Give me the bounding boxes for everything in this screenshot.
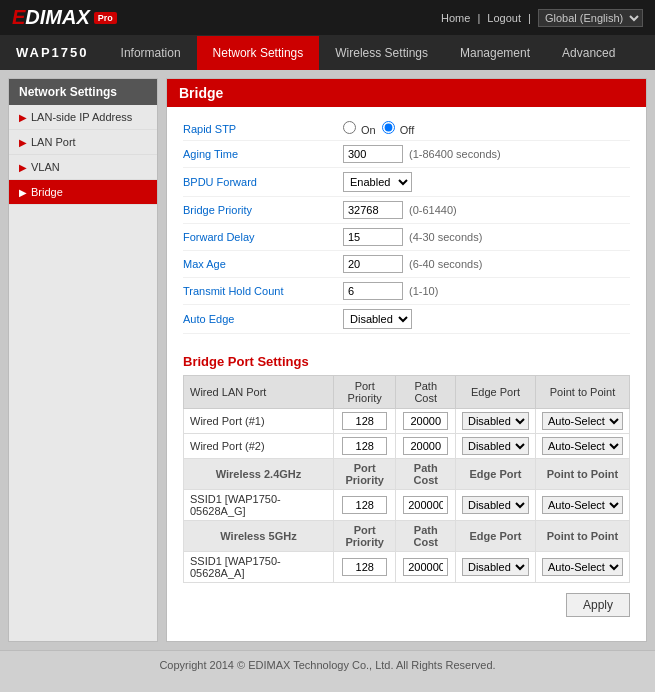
bpdu-forward-select[interactable]: Enabled Disabled	[343, 172, 412, 192]
table-row: SSID1 [WAP1750-05628A_A] DisabledEnabled…	[184, 552, 630, 583]
transmit-hold-count-hint: (1-10)	[409, 285, 438, 297]
rapid-stp-label: Rapid STP	[183, 123, 343, 135]
footer: Copyright 2014 © EDIMAX Technology Co., …	[0, 650, 655, 679]
max-age-label: Max Age	[183, 258, 343, 270]
home-link[interactable]: Home	[441, 12, 470, 24]
bridge-priority-label: Bridge Priority	[183, 204, 343, 216]
sidebar-item-bridge[interactable]: ▶ Bridge	[9, 180, 157, 205]
ssid1-24ghz-priority-cell	[334, 490, 396, 521]
aging-time-row: Aging Time (1-86400 seconds)	[183, 141, 630, 168]
auto-edge-select[interactable]: Disabled Enabled	[343, 309, 412, 329]
ssid1-5ghz-p2p-select[interactable]: Auto-SelectEnabledDisabled	[542, 558, 623, 576]
nav-advanced[interactable]: Advanced	[546, 36, 631, 70]
wireless-5ghz-p2p-col: Point to Point	[535, 521, 629, 552]
ssid1-5ghz-p2p-cell: Auto-SelectEnabledDisabled	[535, 552, 629, 583]
logo-pro: Pro	[94, 12, 117, 24]
wireless-24ghz-priority-col: Port Priority	[334, 459, 396, 490]
max-age-value: (6-40 seconds)	[343, 255, 482, 273]
ssid1-24ghz-edge-select[interactable]: DisabledEnabled	[462, 496, 529, 514]
ssid1-5ghz-path-cost-input[interactable]	[403, 558, 448, 576]
wireless-24ghz-p2p-col: Point to Point	[535, 459, 629, 490]
wired-port1-priority-input[interactable]	[342, 412, 387, 430]
wired-port2-name: Wired Port (#2)	[184, 434, 334, 459]
transmit-hold-count-input[interactable]	[343, 282, 403, 300]
sidebar-item-lan-ip[interactable]: ▶ LAN-side IP Address	[9, 105, 157, 130]
arrow-icon: ▶	[19, 137, 27, 148]
wired-port2-priority-cell	[334, 434, 396, 459]
wired-port2-p2p-select[interactable]: Auto-SelectEnabledDisabled	[542, 437, 623, 455]
auto-edge-value: Disabled Enabled	[343, 309, 412, 329]
header-links: Home | Logout | Global (English)	[441, 9, 643, 27]
ssid1-24ghz-priority-input[interactable]	[342, 496, 387, 514]
forward-delay-input[interactable]	[343, 228, 403, 246]
wireless-5ghz-edge-col: Edge Port	[455, 521, 535, 552]
auto-edge-label: Auto Edge	[183, 313, 343, 325]
nav-management[interactable]: Management	[444, 36, 546, 70]
aging-time-value: (1-86400 seconds)	[343, 145, 501, 163]
rapid-stp-row: Rapid STP On Off	[183, 117, 630, 141]
transmit-hold-count-label: Transmit Hold Count	[183, 285, 343, 297]
wireless-24ghz-edge-col: Edge Port	[455, 459, 535, 490]
wired-port2-path-cost-input[interactable]	[403, 437, 448, 455]
bridge-form: Rapid STP On Off Aging Time (1-86400 sec…	[167, 107, 646, 344]
wired-port1-path-cost-input[interactable]	[403, 412, 448, 430]
ssid1-24ghz-p2p-cell: Auto-SelectEnabledDisabled	[535, 490, 629, 521]
nav-wireless-settings[interactable]: Wireless Settings	[319, 36, 444, 70]
wired-port1-edge-cell: DisabledEnabled	[455, 409, 535, 434]
wired-port1-p2p-select[interactable]: Auto-SelectEnabledDisabled	[542, 412, 623, 430]
max-age-hint: (6-40 seconds)	[409, 258, 482, 270]
wired-port1-priority-cell	[334, 409, 396, 434]
bpdu-forward-label: BPDU Forward	[183, 176, 343, 188]
logout-link[interactable]: Logout	[487, 12, 521, 24]
logo-e: E	[12, 6, 25, 29]
rapid-stp-on-radio[interactable]	[343, 121, 356, 134]
bridge-port-settings-title: Bridge Port Settings	[167, 344, 646, 375]
language-select[interactable]: Global (English)	[538, 9, 643, 27]
ssid1-5ghz-priority-input[interactable]	[342, 558, 387, 576]
sidebar-item-vlan[interactable]: ▶ VLAN	[9, 155, 157, 180]
bridge-priority-input[interactable]	[343, 201, 403, 219]
rapid-stp-on-label[interactable]: On	[343, 121, 376, 136]
rapid-stp-value: On Off	[343, 121, 414, 136]
nav-information[interactable]: Information	[105, 36, 197, 70]
wired-port2-priority-input[interactable]	[342, 437, 387, 455]
ssid1-5ghz-edge-cell: DisabledEnabled	[455, 552, 535, 583]
ssid1-24ghz-edge-cell: DisabledEnabled	[455, 490, 535, 521]
wired-port2-edge-select[interactable]: DisabledEnabled	[462, 437, 529, 455]
aging-time-input[interactable]	[343, 145, 403, 163]
wired-port1-name: Wired Port (#1)	[184, 409, 334, 434]
wireless-5ghz-header: Wireless 5GHz	[184, 521, 334, 552]
bridge-priority-value: (0-61440)	[343, 201, 457, 219]
ssid1-5ghz-edge-select[interactable]: DisabledEnabled	[462, 558, 529, 576]
sidebar-item-lan-port[interactable]: ▶ LAN Port	[9, 130, 157, 155]
device-name: WAP1750	[0, 35, 105, 70]
sidebar: Network Settings ▶ LAN-side IP Address ▶…	[8, 78, 158, 642]
ssid1-24ghz-path-cost-input[interactable]	[403, 496, 448, 514]
logo: E DIMAX Pro	[12, 6, 117, 29]
forward-delay-hint: (4-30 seconds)	[409, 231, 482, 243]
main: Network Settings ▶ LAN-side IP Address ▶…	[0, 70, 655, 650]
header: E DIMAX Pro Home | Logout | Global (Engl…	[0, 0, 655, 35]
rapid-stp-off-label[interactable]: Off	[382, 121, 415, 136]
ssid1-5ghz-priority-cell	[334, 552, 396, 583]
max-age-input[interactable]	[343, 255, 403, 273]
wireless-24ghz-section-row: Wireless 2.4GHz Port Priority Path Cost …	[184, 459, 630, 490]
auto-edge-row: Auto Edge Disabled Enabled	[183, 305, 630, 334]
ssid1-5ghz-name: SSID1 [WAP1750-05628A_A]	[184, 552, 334, 583]
wireless-24ghz-header: Wireless 2.4GHz	[184, 459, 334, 490]
max-age-row: Max Age (6-40 seconds)	[183, 251, 630, 278]
navbar: WAP1750 Information Network Settings Wir…	[0, 35, 655, 70]
wired-port1-edge-select[interactable]: DisabledEnabled	[462, 412, 529, 430]
wired-port1-p2p-cell: Auto-SelectEnabledDisabled	[535, 409, 629, 434]
wireless-5ghz-section-row: Wireless 5GHz Port Priority Path Cost Ed…	[184, 521, 630, 552]
wired-port1-path-cost-cell	[396, 409, 456, 434]
rapid-stp-off-radio[interactable]	[382, 121, 395, 134]
apply-row: Apply	[167, 583, 646, 627]
aging-time-hint: (1-86400 seconds)	[409, 148, 501, 160]
forward-delay-value: (4-30 seconds)	[343, 228, 482, 246]
nav-network-settings[interactable]: Network Settings	[197, 36, 320, 70]
apply-button[interactable]: Apply	[566, 593, 630, 617]
ssid1-24ghz-p2p-select[interactable]: Auto-SelectEnabledDisabled	[542, 496, 623, 514]
wired-port2-path-cost-cell	[396, 434, 456, 459]
logo-dimax: DIMAX	[25, 6, 89, 29]
